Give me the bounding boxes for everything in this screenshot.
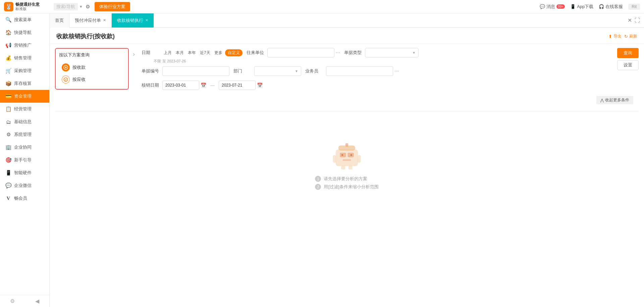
basic-icon: 🗂: [5, 119, 11, 125]
sidebar-item-wechat[interactable]: 💬 企业微信: [0, 179, 49, 192]
sidebar-settings-icon[interactable]: ⚙: [10, 298, 15, 304]
search-button[interactable]: 查询: [617, 48, 639, 58]
message-label: 消息: [546, 4, 555, 10]
marketing-icon: 📢: [5, 42, 11, 48]
doc-number-label: 单据编号: [142, 68, 160, 74]
counterpart-dots[interactable]: ···: [336, 50, 340, 56]
tab-collect[interactable]: 收款核销执行 ✕: [112, 13, 154, 28]
verify-date-start-input[interactable]: [162, 81, 199, 90]
query-row-verify: 核销日期 📅 — 📅: [142, 81, 610, 90]
dropdown-icon[interactable]: ▾: [80, 4, 82, 9]
tab-collect-close[interactable]: ✕: [145, 18, 148, 22]
sales-icon: 💰: [5, 55, 11, 61]
sidebar-item-member[interactable]: V 畅会员: [0, 192, 49, 205]
refresh-button[interactable]: ↻ 刷新: [624, 34, 637, 39]
date-btn-more[interactable]: 更多: [213, 49, 224, 56]
counterpart-label: 往来单位: [247, 50, 265, 56]
empty-tip-2-label: 用[过滤]条件来缩小分析范围: [324, 184, 378, 190]
search-action-col: 查询 设置: [617, 48, 639, 70]
search-menu-icon: 🔍: [5, 17, 11, 23]
sidebar-item-sales[interactable]: 💰 销售管理: [0, 52, 49, 64]
sidebar-item-search-menu[interactable]: 🔍 搜索菜单: [0, 13, 49, 26]
sidebar-item-system[interactable]: ⚙ 系统管理: [0, 128, 49, 141]
date-btn-7days[interactable]: 近7天: [199, 49, 212, 56]
sidebar-item-enterprise[interactable]: 🏢 企业协同: [0, 141, 49, 154]
sidebar-item-label: 企业协同: [14, 144, 32, 150]
funds-icon: 💳: [5, 93, 11, 99]
verify-date-start-cal[interactable]: 📅: [201, 83, 206, 88]
collapse-more-button[interactable]: ⋀ 收起更多条件: [596, 96, 633, 104]
salesperson-field: 业务员 ···: [305, 66, 399, 76]
sidebar-item-guide[interactable]: 🎯 新手引导: [0, 154, 49, 166]
department-select[interactable]: ▾: [254, 66, 301, 76]
member-icon: V: [5, 196, 11, 201]
message-icon: 💬: [540, 4, 545, 9]
tab-expand-button[interactable]: ⛶: [635, 17, 640, 23]
department-arrow: ▾: [296, 69, 298, 73]
user-menu[interactable]: Rit: [628, 4, 640, 10]
verify-date-end-input[interactable]: [219, 81, 256, 90]
counterpart-input[interactable]: [267, 48, 334, 57]
verify-date-end-wrap: 📅: [219, 81, 263, 90]
tab-home[interactable]: 首页: [50, 13, 69, 28]
sidebar-item-operation[interactable]: 📋 经营管理: [0, 103, 49, 115]
empty-tips: 1 请先选择要分析的方案 2 用[过滤]条件来缩小分析范围: [315, 176, 378, 190]
date-buttons: 上月 本月 本年 近7天 更多 自定义: [162, 49, 243, 56]
sidebar-item-label: 智能硬件: [14, 170, 32, 176]
sidebar-item-marketing[interactable]: 📢 营销推广: [0, 39, 49, 52]
download-icon: 📱: [570, 4, 576, 9]
tab-prepay-close[interactable]: ✕: [103, 18, 106, 22]
export-button[interactable]: ⬆ 导出: [608, 34, 622, 39]
online-service-button[interactable]: 🎧 在线客服: [599, 4, 623, 10]
salesperson-dots[interactable]: ···: [394, 68, 399, 74]
query-option-receipt[interactable]: 按收款: [59, 61, 125, 73]
sidebar-item-label: 系统管理: [14, 132, 32, 138]
sidebar-item-purchase[interactable]: 🛒 采购管理: [0, 64, 49, 77]
message-button[interactable]: 💬 消息 99+: [540, 4, 565, 10]
svg-point-13: [351, 154, 352, 156]
refresh-label: 刷新: [629, 34, 637, 39]
wechat-icon: 💬: [5, 183, 11, 189]
date-btn-custom[interactable]: 自定义: [225, 49, 243, 56]
sidebar-collapse-icon[interactable]: ◀: [35, 298, 39, 304]
page-title: 收款核销执行(按收款): [56, 32, 608, 40]
sidebar-item-funds[interactable]: 💳 资金管理: [0, 90, 49, 103]
query-row-date: 日期 上月 本月 本年 近7天 更多 自定义: [142, 48, 610, 57]
query-option-receivable[interactable]: 按应收: [59, 73, 125, 86]
tab-actions: ✕ ⛶: [628, 17, 644, 23]
system-icon: ⚙: [5, 132, 11, 138]
verify-date-end-cal[interactable]: 📅: [257, 83, 263, 88]
gear-icon[interactable]: ⚙: [86, 4, 90, 10]
enterprise-icon: 🏢: [5, 144, 11, 150]
topbar: 🐰 畅捷通好生意 标准版 搜索/导航 ▾ ⚙ 体验行业方案 💬 消息 99+ 📱…: [0, 0, 644, 13]
sidebar-item-quick-nav[interactable]: 🏠 快捷导航: [0, 26, 49, 39]
query-box-title: 按以下方案查询: [59, 52, 125, 58]
tab-close-button[interactable]: ✕: [628, 17, 632, 23]
sidebar-item-basic[interactable]: 🗂 基础信息: [0, 115, 49, 128]
solution-button[interactable]: 体验行业方案: [95, 2, 130, 11]
salesperson-label: 业务员: [305, 68, 323, 74]
doc-number-input[interactable]: [162, 66, 229, 76]
logo-icon: 🐰: [4, 2, 13, 11]
sidebar-item-inventory[interactable]: 📦 库存核算: [0, 77, 49, 90]
page-header: 收款核销执行(按收款) ⬆ 导出 ↻ 刷新: [50, 28, 644, 44]
sidebar-item-label: 营销推广: [14, 42, 32, 48]
doc-type-select[interactable]: ▾: [365, 48, 419, 57]
verify-date-start-wrap: 📅: [162, 81, 206, 90]
tab-prepay[interactable]: 预付冲应付单 ✕: [69, 13, 112, 28]
app-edition: 标准版: [15, 7, 40, 11]
sidebar-item-hardware[interactable]: 📱 智能硬件: [0, 166, 49, 179]
query-options-panel: 按以下方案查询 按收款 按应收: [55, 48, 129, 107]
query-collapse-icon[interactable]: ›: [131, 49, 136, 59]
logo-area: 🐰 畅捷通好生意 标准版: [4, 2, 54, 11]
salesperson-input[interactable]: [326, 66, 393, 76]
app-name: 畅捷通好生意: [15, 2, 40, 7]
date-btn-this-month[interactable]: 本月: [174, 49, 185, 56]
empty-tip-2: 2 用[过滤]条件来缩小分析范围: [315, 184, 378, 190]
topbar-search[interactable]: 搜索/导航: [54, 3, 78, 10]
date-btn-last-month[interactable]: 上月: [162, 49, 173, 56]
date-btn-this-year[interactable]: 本年: [186, 49, 197, 56]
svg-rect-2: [336, 149, 358, 166]
app-download-button[interactable]: 📱 App下载: [570, 4, 593, 10]
settings-button[interactable]: 设置: [617, 60, 639, 70]
